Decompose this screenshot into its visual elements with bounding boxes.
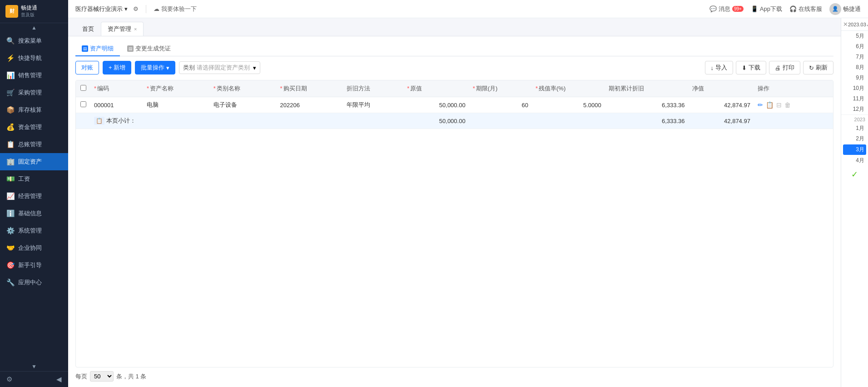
row-name: 电脑: [143, 97, 210, 113]
col-residual-rate: *残值率(%): [532, 80, 605, 97]
category-select[interactable]: 类别 请选择固定资产类别 ▾: [179, 61, 260, 74]
company-selector[interactable]: 医疗器械行业演示 ▾: [75, 5, 128, 13]
select-all-checkbox[interactable]: [80, 85, 86, 91]
col-name: *资产名称: [143, 80, 210, 97]
calendar-month-2月[interactable]: 2月: [841, 134, 868, 144]
calendar-month-5月[interactable]: 5月: [841, 31, 868, 41]
topbar-divider: [146, 5, 146, 13]
sidebar-scroll-up[interactable]: ▲: [0, 23, 68, 32]
subtotal-net-value: 42,874.97: [689, 113, 754, 129]
sidebar-item-系统管理[interactable]: ⚙️ 系统管理: [0, 222, 68, 239]
nav-icon: 💰: [6, 123, 15, 131]
sidebar-item-经营管理[interactable]: 📈 经营管理: [0, 188, 68, 205]
tab-asset-management[interactable]: 资产管理 ×: [101, 22, 144, 36]
row-actions: ✏ 📋 ⊟ 🗑: [754, 97, 833, 113]
more-icon[interactable]: ⊟: [776, 101, 782, 109]
delete-icon[interactable]: 🗑: [784, 101, 791, 109]
sidebar-item-新手引导[interactable]: 🎯 新手引导: [0, 257, 68, 274]
category-label: 类别: [183, 64, 195, 72]
calendar-month-3月[interactable]: 3月: [843, 144, 866, 155]
calendar-month-6月[interactable]: 6月: [841, 41, 868, 52]
calendar-month-12月[interactable]: 12月: [841, 104, 868, 114]
calendar-month-8月[interactable]: 8月: [841, 62, 868, 73]
sidebar-logo: 财 畅捷通 普及版: [0, 0, 68, 23]
row-checkbox[interactable]: [80, 101, 86, 107]
calendar-month-11月[interactable]: 11月: [841, 94, 868, 104]
avatar: 👤: [829, 3, 841, 15]
nav-icon: ⚙️: [6, 227, 15, 235]
sub-tab-asset-detail-label: 资产明细: [90, 45, 114, 53]
row-period: 60: [469, 97, 532, 113]
per-page-select[interactable]: 50 100: [90, 371, 114, 382]
sub-tab-asset-detail[interactable]: ▤ 资产明细: [75, 42, 120, 56]
calendar-month-9月[interactable]: 9月: [841, 73, 868, 83]
experience-button[interactable]: ☁ 我要体验一下: [154, 5, 197, 13]
tab-home[interactable]: 首页: [75, 22, 101, 36]
copy-icon[interactable]: 📋: [766, 101, 774, 109]
right-panel-close-icon[interactable]: ✕: [843, 21, 848, 28]
download-label: 下载: [749, 64, 760, 72]
sidebar-item-固定资产[interactable]: 🏢 固定资产: [0, 153, 68, 170]
sub-tab-voucher[interactable]: ▤ 变更生成凭证: [121, 42, 177, 56]
download-button[interactable]: ⬇ 下载: [736, 61, 766, 74]
table-header-row: *编码 *资产名称 *类别名称 *购买日期 折旧方法 *原值 *期限(月) *残…: [76, 80, 833, 97]
download-button[interactable]: 📱 App下载: [751, 5, 782, 13]
tab-close-icon[interactable]: ×: [134, 26, 137, 32]
sidebar-item-工资[interactable]: 💵 工资: [0, 170, 68, 188]
settings-icon[interactable]: ⚙: [6, 375, 12, 383]
calendar-month-4月[interactable]: 4月: [841, 155, 868, 166]
company-dropdown-icon[interactable]: ▾: [124, 5, 128, 12]
new-button[interactable]: + 新增: [103, 61, 131, 74]
gear-icon[interactable]: ⚙: [133, 5, 139, 12]
row-net-value: 42,874.97: [689, 97, 754, 113]
nav-icon: 🔍: [6, 37, 15, 45]
calendar-month-10月[interactable]: 10月: [841, 83, 868, 94]
sidebar-scroll-down[interactable]: ▼: [0, 362, 68, 371]
nav-icon: 💵: [6, 175, 15, 183]
sidebar-item-基础信息[interactable]: ℹ️ 基础信息: [0, 205, 68, 222]
refresh-button[interactable]: ↻ 刷新: [803, 61, 833, 74]
service-button[interactable]: 🎧 在线客服: [789, 5, 822, 13]
tabs-bar: 首页 资产管理 ×: [68, 18, 841, 36]
sidebar-item-企业协同[interactable]: 🤝 企业协同: [0, 239, 68, 257]
tab-asset-management-label: 资产管理: [108, 25, 131, 33]
nav-icon: 📈: [6, 192, 15, 200]
sidebar-item-采购管理[interactable]: 🛒 采购管理: [0, 84, 68, 101]
messages-button[interactable]: 💬 消息 99+: [709, 5, 744, 13]
topbar-right: 💬 消息 99+ 📱 App下载 🎧 在线客服 👤 畅捷通: [709, 3, 861, 15]
sidebar-item-库存核算[interactable]: 📦 库存核算: [0, 101, 68, 119]
calendar-month-7月[interactable]: 7月: [841, 52, 868, 62]
row-residual-rate: 5.0000: [532, 97, 605, 113]
sidebar-item-应用中心[interactable]: 🔧 应用中心: [0, 274, 68, 291]
sidebar-nav: 🔍 搜索菜单⚡ 快捷导航📊 销售管理🛒 采购管理📦 库存核算💰 资金管理📋 总账…: [0, 32, 68, 362]
right-panel: ✕ 2023.03 ⤢ 5月6月7月8月9月10月11月12月 2023 1月2…: [841, 18, 868, 387]
subtotal-actions: [754, 113, 833, 129]
reconcile-button[interactable]: 对账: [75, 61, 99, 74]
calendar-year-label: 2023: [841, 115, 868, 123]
calendar-prev-year: 5月6月7月8月9月10月11月12月: [841, 31, 868, 115]
row-category: 电子设备: [210, 97, 277, 113]
sidebar: 财 畅捷通 普及版 ▲ 🔍 搜索菜单⚡ 快捷导航📊 销售管理🛒 采购管理📦 库存…: [0, 0, 68, 387]
import-button[interactable]: ↓ 导入: [705, 61, 734, 74]
user-button[interactable]: 👤 畅捷通: [829, 3, 861, 15]
tab-home-label: 首页: [82, 25, 94, 33]
app-edition: 普及版: [21, 12, 37, 18]
asset-table: *编码 *资产名称 *类别名称 *购买日期 折旧方法 *原值 *期限(月) *残…: [76, 80, 833, 129]
collapse-icon[interactable]: ◀: [56, 375, 62, 383]
toolbar-right: ↓ 导入 ⬇ 下载 🖨 打印 ↻ 刷新: [705, 61, 834, 74]
sidebar-item-快捷导航[interactable]: ⚡ 快捷导航: [0, 50, 68, 67]
right-panel-expand-icon[interactable]: ⤢: [866, 21, 868, 28]
print-button[interactable]: 🖨 打印: [769, 61, 800, 74]
app-name: 畅捷通: [21, 5, 37, 12]
sidebar-item-搜索菜单[interactable]: 🔍 搜索菜单: [0, 32, 68, 50]
sidebar-item-总账管理[interactable]: 📋 总账管理: [0, 136, 68, 153]
col-net-value: 净值: [689, 80, 754, 97]
sidebar-item-销售管理[interactable]: 📊 销售管理: [0, 67, 68, 84]
calendar-month-1月[interactable]: 1月: [841, 123, 868, 134]
col-original-value: *原值: [403, 80, 469, 97]
batch-button[interactable]: 批量操作 ▾: [135, 61, 175, 74]
messages-badge: 99+: [732, 6, 744, 12]
import-label: 导入: [715, 64, 727, 72]
edit-icon[interactable]: ✏: [758, 101, 763, 109]
sidebar-item-资金管理[interactable]: 💰 资金管理: [0, 119, 68, 136]
